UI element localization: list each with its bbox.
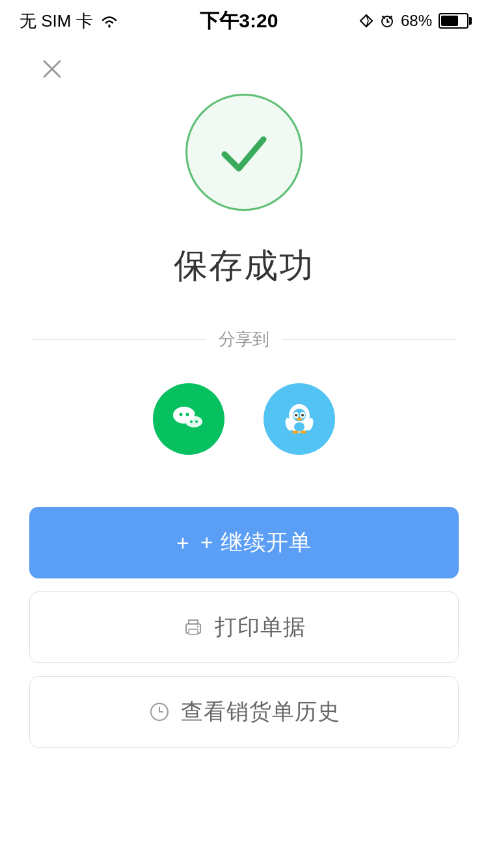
battery-text: 68% xyxy=(401,12,432,30)
history-label: 查看销货单历史 xyxy=(181,697,340,727)
continue-order-button[interactable]: + + 继续开单 xyxy=(29,507,459,578)
status-right: 68% xyxy=(359,12,468,30)
svg-point-9 xyxy=(190,420,193,423)
status-time: 下午3:20 xyxy=(200,8,278,34)
qq-share-button[interactable] xyxy=(264,383,335,455)
success-title: 保存成功 xyxy=(174,243,314,289)
battery-icon xyxy=(439,13,468,29)
divider-right xyxy=(282,339,455,340)
svg-point-7 xyxy=(186,413,189,416)
svg-point-6 xyxy=(180,413,183,416)
svg-rect-25 xyxy=(189,629,198,634)
close-button[interactable] xyxy=(33,49,72,88)
svg-point-20 xyxy=(292,431,299,434)
svg-point-8 xyxy=(185,416,202,427)
status-bar: 无 SIM 卡 下午3:20 68% xyxy=(0,0,488,42)
checkmark-icon xyxy=(215,123,273,182)
divider-left xyxy=(33,339,206,340)
wifi-icon xyxy=(100,14,119,28)
success-indicator xyxy=(185,94,303,211)
sim-label: 无 SIM 卡 xyxy=(20,10,93,33)
wechat-icon xyxy=(169,402,208,436)
svg-point-19 xyxy=(294,422,305,431)
qq-icon xyxy=(280,400,319,439)
svg-point-26 xyxy=(197,626,199,628)
continue-icon: + xyxy=(176,530,190,556)
action-buttons: + + 继续开单 打印单据 查看销货单历史 xyxy=(29,507,459,748)
svg-point-15 xyxy=(295,414,297,416)
alarm-icon xyxy=(380,14,394,28)
print-icon xyxy=(182,616,204,638)
svg-point-16 xyxy=(301,414,304,416)
share-label: 分享到 xyxy=(219,328,269,351)
history-button[interactable]: 查看销货单历史 xyxy=(29,676,459,748)
svg-point-17 xyxy=(297,418,302,421)
share-divider: 分享到 xyxy=(33,328,455,351)
wechat-share-button[interactable] xyxy=(153,383,224,455)
share-icons xyxy=(153,383,335,455)
print-button[interactable]: 打印单据 xyxy=(29,591,459,663)
svg-point-10 xyxy=(195,420,198,423)
status-left: 无 SIM 卡 xyxy=(20,10,119,33)
print-label: 打印单据 xyxy=(215,612,306,642)
location-icon xyxy=(359,14,373,28)
continue-label: + 继续开单 xyxy=(200,528,312,558)
main-content: 保存成功 分享到 xyxy=(0,42,488,748)
history-icon xyxy=(148,701,170,723)
close-icon xyxy=(40,57,64,81)
svg-point-21 xyxy=(300,431,306,434)
